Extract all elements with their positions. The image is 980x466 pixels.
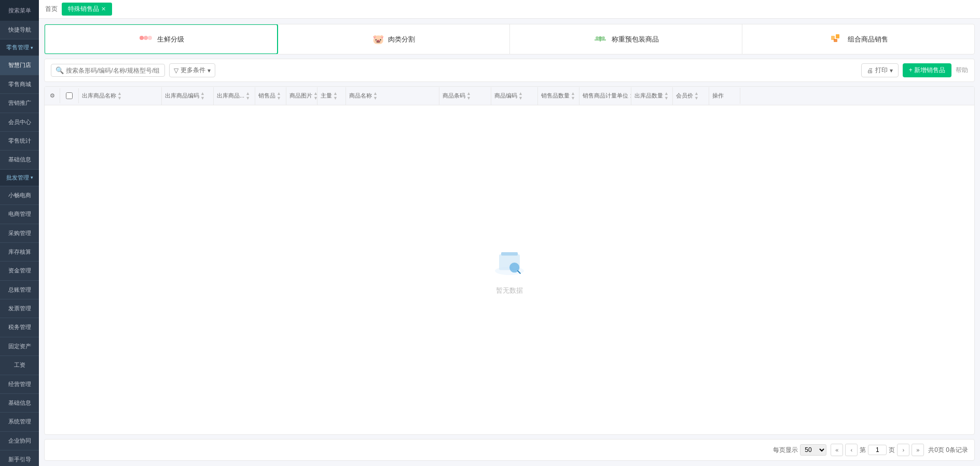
active-tab[interactable]: 特殊销售品 ✕ bbox=[62, 3, 112, 16]
category-tabs: 生鲜分级 🐷 肉类分割 称重预包装商品 bbox=[44, 24, 975, 54]
svg-point-3 bbox=[596, 36, 599, 39]
sidebar-item-basic-info2[interactable]: 基础信息 bbox=[0, 394, 39, 413]
th-goods-code[interactable]: 商品编码 ▲▼ bbox=[491, 87, 538, 105]
sidebar-item-sys-mgmt[interactable]: 系统管理 bbox=[0, 413, 39, 431]
page-label: 页 bbox=[889, 446, 895, 455]
sidebar-item-biz-mgmt[interactable]: 经营管理 bbox=[0, 375, 39, 394]
page-content: 生鲜分级 🐷 肉类分割 称重预包装商品 bbox=[39, 19, 980, 466]
th-img-label: 商品图片 bbox=[289, 92, 312, 100]
home-nav[interactable]: 首页 bbox=[45, 5, 58, 13]
sidebar-item-ecom-mgmt[interactable]: 电商管理 bbox=[0, 205, 39, 224]
search-input[interactable] bbox=[66, 67, 159, 74]
table-body: 暂无数据 bbox=[45, 105, 974, 434]
svg-rect-13 bbox=[501, 252, 518, 255]
sidebar-item-fixed-assets[interactable]: 固定资产 bbox=[0, 337, 39, 356]
sidebar-item-finance[interactable]: 资金管理 bbox=[0, 262, 39, 280]
sidebar-item-label: 批发管理 bbox=[6, 174, 29, 182]
page-input[interactable] bbox=[868, 445, 887, 455]
print-button[interactable]: 🖨 打印 ▾ bbox=[861, 63, 899, 77]
cat-tab-weight[interactable]: 称重预包装商品 bbox=[510, 24, 742, 54]
sidebar-item-basic-info[interactable]: 基础信息 bbox=[0, 150, 39, 169]
cat-tab-meat[interactable]: 🐷 肉类分割 bbox=[278, 24, 510, 54]
cat-tab-combo[interactable]: 组合商品销售 bbox=[742, 24, 974, 54]
th-barcode-label: 商品条码 bbox=[443, 92, 465, 100]
svg-rect-9 bbox=[836, 34, 839, 38]
sidebar-item-quick-nav[interactable]: 快捷导航 bbox=[0, 21, 39, 39]
sidebar-item-retail-mgmt[interactable]: 零售管理 ▾ bbox=[0, 39, 39, 56]
sidebar-item-retail-mall[interactable]: 零售商城 bbox=[0, 75, 39, 94]
sidebar-item-invoice-mgmt[interactable]: 发票管理 bbox=[0, 299, 39, 318]
page-nav: « ‹ 第 页 › » bbox=[831, 444, 924, 456]
th-goods-name-label: 商品名称 bbox=[349, 92, 372, 100]
weight-icon bbox=[593, 32, 608, 46]
last-page-button[interactable]: » bbox=[912, 444, 924, 456]
cat-tab-combo-label: 组合商品销售 bbox=[848, 35, 888, 44]
th-action-label: 操作 bbox=[712, 92, 724, 100]
th-out-code2-label: 出库商品... bbox=[217, 92, 244, 100]
sidebar-item-new-guide[interactable]: 新手引导 bbox=[0, 450, 39, 466]
sidebar-item-mini-ecom[interactable]: 小畅电商 bbox=[0, 186, 39, 205]
th-out-name-label: 出库商品名称 bbox=[82, 92, 116, 100]
sidebar-item-smart-store[interactable]: 智慧门店 bbox=[0, 56, 39, 75]
th-member-price[interactable]: 会员价 ▲▼ bbox=[673, 87, 709, 105]
per-page-label: 每页显示 bbox=[773, 446, 798, 455]
th-check[interactable] bbox=[60, 88, 79, 103]
sidebar-logo[interactable]: 搜索菜单 bbox=[0, 0, 39, 21]
sort-icon: ▲▼ bbox=[518, 91, 523, 101]
next-page-button[interactable]: › bbox=[897, 444, 909, 456]
sort-icon: ▲▼ bbox=[373, 91, 378, 101]
th-settings[interactable]: ⚙ bbox=[45, 88, 60, 103]
chevron-down-icon: ▾ bbox=[31, 45, 33, 50]
sidebar: 搜索菜单 快捷导航 零售管理 ▾ 智慧门店 零售商城 营销推广 会员中心 零售统… bbox=[0, 0, 39, 466]
th-weight-label: 主量 bbox=[321, 92, 332, 100]
sidebar-item-member-center[interactable]: 会员中心 bbox=[0, 113, 39, 132]
first-page-button[interactable]: « bbox=[831, 444, 843, 456]
add-button[interactable]: + 新增销售品 bbox=[903, 63, 951, 77]
sidebar-item-inventory[interactable]: 库存核算 bbox=[0, 243, 39, 262]
th-out-code-label: 出库商品编码 bbox=[165, 92, 199, 100]
th-sales-qty[interactable]: 销售品数量 ▲▼ bbox=[538, 87, 579, 105]
th-weight[interactable]: 主量 ▲▼ bbox=[318, 87, 346, 105]
th-out-code[interactable]: 出库商品编码 ▲▼ bbox=[162, 87, 214, 105]
meat-icon: 🐷 bbox=[372, 34, 384, 45]
prev-page-button[interactable]: ‹ bbox=[845, 444, 858, 456]
th-sales-label: 销售品 bbox=[258, 92, 275, 100]
sidebar-item-sales-promo[interactable]: 营销推广 bbox=[0, 94, 39, 113]
cat-tab-fresh[interactable]: 生鲜分级 bbox=[44, 24, 278, 54]
search-box[interactable]: 🔍 bbox=[51, 64, 165, 77]
th-out-qty-label: 出库品数量 bbox=[634, 92, 663, 100]
total-text: 共0页 0条记录 bbox=[928, 446, 968, 455]
th-unit-label: 销售商品计量单位 bbox=[583, 92, 628, 100]
th-goods-name[interactable]: 商品名称 ▲▼ bbox=[346, 87, 439, 105]
th-unit[interactable]: 销售商品计量单位 ▲▼ bbox=[579, 87, 631, 105]
sidebar-item-enterprise[interactable]: 企业协同 bbox=[0, 432, 39, 450]
per-page-select[interactable]: 50 100 200 bbox=[800, 444, 826, 456]
th-out-qty[interactable]: 出库品数量 ▲▼ bbox=[631, 87, 673, 105]
filter-icon: ▽ bbox=[174, 67, 178, 74]
th-out-name[interactable]: 出库商品名称 ▲▼ bbox=[79, 87, 162, 105]
sidebar-item-total-mgmt[interactable]: 总账管理 bbox=[0, 281, 39, 299]
filter-button[interactable]: ▽ 更多条件 ▾ bbox=[169, 63, 215, 77]
sidebar-item-wholesale-mgmt[interactable]: 批发管理 ▾ bbox=[0, 170, 39, 186]
settings-col-icon: ⚙ bbox=[50, 92, 55, 99]
sidebar-item-retail-stats[interactable]: 零售统计 bbox=[0, 132, 39, 150]
close-tab-icon[interactable]: ✕ bbox=[101, 6, 106, 12]
sidebar-item-tax-mgmt[interactable]: 税务管理 bbox=[0, 318, 39, 337]
empty-icon bbox=[489, 244, 530, 281]
th-sales-qty-label: 销售品数量 bbox=[541, 92, 570, 100]
sort-icon: ▲▼ bbox=[333, 91, 338, 101]
sidebar-item-wages[interactable]: 工资 bbox=[0, 356, 39, 375]
th-img[interactable]: 商品图片 ▲▼ bbox=[286, 87, 318, 105]
sidebar-item-purchase-mgmt[interactable]: 采购管理 bbox=[0, 224, 39, 243]
th-sales[interactable]: 销售品 ▲▼ bbox=[255, 87, 286, 105]
filter-label: 更多条件 bbox=[181, 66, 205, 75]
sort-icon: ▲▼ bbox=[277, 91, 281, 101]
th-barcode[interactable]: 商品条码 ▲▼ bbox=[439, 87, 491, 105]
print-arrow-icon: ▾ bbox=[890, 67, 893, 74]
help-button[interactable]: 帮助 bbox=[956, 66, 968, 75]
sort-icon: ▲▼ bbox=[245, 91, 250, 101]
svg-point-2 bbox=[148, 36, 152, 40]
th-out-code2[interactable]: 出库商品... ▲▼ bbox=[214, 87, 255, 105]
select-all-checkbox[interactable] bbox=[66, 92, 73, 99]
filter-arrow-icon: ▾ bbox=[208, 67, 211, 74]
